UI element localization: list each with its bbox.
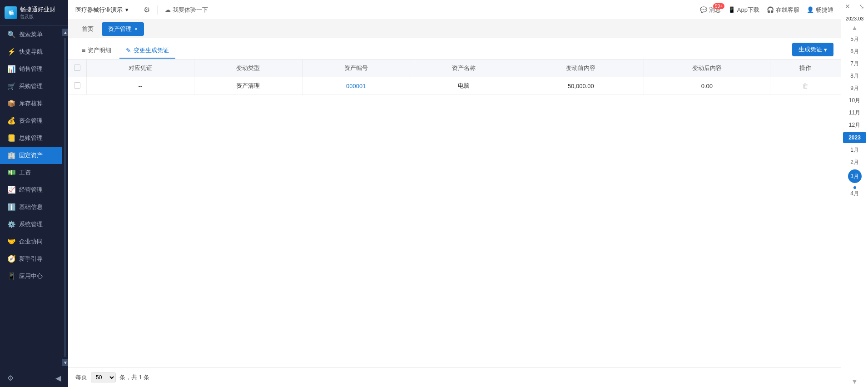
app-logo: 畅 畅捷通好业财 普及版 <box>0 0 68 26</box>
month-10[interactable]: 10月 <box>841 94 868 107</box>
flash-icon: ⚡ <box>7 48 15 56</box>
expand-panel-button[interactable]: ⤡ <box>859 3 864 10</box>
user-button[interactable]: 👤 畅捷通 <box>807 6 833 14</box>
select-all-header[interactable] <box>68 60 86 77</box>
logo-sub: 普及版 <box>20 14 55 20</box>
sidebar-item-operations[interactable]: 📈 经营管理 <box>0 181 62 198</box>
page-content: ≡ 资产明细 ✎ 变更生成凭证 生成凭证 ▾ <box>68 38 841 387</box>
month-7[interactable]: 7月 <box>841 58 868 70</box>
per-page-label: 每页 <box>75 373 87 382</box>
tab-close-icon[interactable]: × <box>134 26 138 32</box>
month-2[interactable]: 2月 <box>841 156 868 169</box>
scroll-down-month[interactable]: ▼ <box>841 376 868 387</box>
month-11[interactable]: 11月 <box>841 107 868 119</box>
page-footer: 每页 50 10 20 100 条，共 1 条 <box>68 367 841 387</box>
right-panel-header: ✕ ⤡ <box>841 0 868 13</box>
scroll-down-button[interactable]: ▼ <box>62 359 68 366</box>
year-header: 2023.03 <box>841 13 868 22</box>
col-action: 操作 <box>770 60 841 77</box>
compass-icon: 🧭 <box>7 255 15 263</box>
sidebar-item-quicknav[interactable]: ⚡ 快捷导航 <box>0 43 62 60</box>
generate-btn-label: 生成凭证 <box>799 45 822 54</box>
sidebar-nav: 🔍 搜索菜单 ⚡ 快捷导航 📊 销售管理 🛒 采购管理 📦 库存核算 💰 <box>0 26 62 369</box>
month-5[interactable]: 5月 <box>841 33 868 45</box>
col-change-type: 变动类型 <box>194 60 303 77</box>
month-1[interactable]: 1月 <box>841 144 868 156</box>
messages-badge: 99+ <box>713 3 724 9</box>
generate-voucher-button[interactable]: 生成凭证 ▾ <box>792 43 833 56</box>
page-size-select[interactable]: 50 10 20 100 <box>91 372 116 382</box>
sidebar-item-system[interactable]: ⚙️ 系统管理 <box>0 216 62 233</box>
sidebar-footer: ⚙ ◀ <box>0 369 68 387</box>
sub-tab-generate-voucher[interactable]: ✎ 变更生成凭证 <box>119 43 175 59</box>
scroll-up-button[interactable]: ▲ <box>62 29 68 36</box>
row-checkbox-cell[interactable] <box>68 77 86 95</box>
sidebar-label-capital: 资金管理 <box>19 117 43 125</box>
tab-assets-label: 资产管理 <box>108 25 132 33</box>
cell-asset-no: 000001 <box>302 77 410 95</box>
scroll-up-month[interactable]: ▲ <box>841 22 868 33</box>
book-icon: 📒 <box>7 134 15 142</box>
dropdown-icon: ▾ <box>125 6 129 13</box>
topbar: 医疗器械行业演示 ▾ ⚙ ☁ 我要体验一下 💬 消息 99+ 📱 App下载 🎧… <box>68 0 841 20</box>
logo-icon: 畅 <box>5 6 17 19</box>
sub-tabs: ≡ 资产明细 ✎ 变更生成凭证 生成凭证 ▾ <box>68 38 841 60</box>
sidebar-label-search: 搜索菜单 <box>19 30 43 39</box>
month-3-active[interactable]: 3月 <box>848 169 862 183</box>
delete-icon[interactable]: 🗑 <box>802 82 808 89</box>
sidebar-item-purchase[interactable]: 🛒 采购管理 <box>0 78 62 95</box>
sidebar-label-payroll: 工资 <box>19 169 31 177</box>
app-download-button[interactable]: 📱 App下载 <box>728 6 759 14</box>
year-2023[interactable]: 2023 <box>843 132 866 143</box>
topbar-divider2 <box>157 5 158 15</box>
sidebar-label-system: 系统管理 <box>19 220 43 228</box>
cell-change-type: 资产清理 <box>194 77 303 95</box>
sidebar-item-basicinfo[interactable]: ℹ️ 基础信息 <box>0 198 62 216</box>
month-12[interactable]: 12月 <box>841 119 868 131</box>
topbar-right: 💬 消息 99+ 📱 App下载 🎧 在线客服 👤 畅捷通 <box>700 6 833 14</box>
month-6[interactable]: 6月 <box>841 45 868 58</box>
phone-icon: 📱 <box>728 6 735 13</box>
sidebar-item-sales[interactable]: 📊 销售管理 <box>0 60 62 78</box>
customer-service-button[interactable]: 🎧 在线客服 <box>767 6 799 14</box>
experience-label: 我要体验一下 <box>173 6 208 14</box>
tab-home[interactable]: 首页 <box>75 22 100 36</box>
collapse-icon[interactable]: ◀ <box>55 374 61 382</box>
sidebar-item-inventory[interactable]: 📦 库存核算 <box>0 95 62 112</box>
sidebar-item-enterprise[interactable]: 🤝 企业协同 <box>0 233 62 250</box>
sidebar-item-ledger[interactable]: 📒 总账管理 <box>0 129 62 147</box>
topbar-divider <box>136 5 136 15</box>
row-checkbox[interactable] <box>74 82 80 89</box>
close-panel-button[interactable]: ✕ <box>845 3 850 10</box>
settings-icon[interactable]: ⚙ <box>144 5 150 14</box>
sidebar-label-sales: 销售管理 <box>19 65 43 73</box>
sidebar-item-search[interactable]: 🔍 搜索菜单 <box>0 26 62 43</box>
table-container: 对应凭证 变动类型 资产编号 资产名称 变动前内容 变动后内容 操作 <box>68 60 841 367</box>
trending-icon: 📈 <box>7 186 15 194</box>
experience-button[interactable]: ☁ 我要体验一下 <box>165 6 208 14</box>
month-8[interactable]: 8月 <box>841 70 868 82</box>
chart-icon: 📊 <box>7 65 15 73</box>
sub-tab2-label: 变更生成凭证 <box>134 46 169 55</box>
avatar-icon: 👤 <box>807 6 814 13</box>
table-header-row: 对应凭证 变动类型 资产编号 资产名称 变动前内容 变动后内容 操作 <box>68 60 841 77</box>
cart-icon: 🛒 <box>7 82 15 90</box>
month-9[interactable]: 9月 <box>841 82 868 94</box>
sidebar-item-payroll[interactable]: 💵 工资 <box>0 164 62 181</box>
sidebar-item-guide[interactable]: 🧭 新手引导 <box>0 250 62 268</box>
sidebar-item-apps[interactable]: 📱 应用中心 <box>0 268 62 285</box>
select-all-checkbox[interactable] <box>74 64 80 71</box>
cell-action[interactable]: 🗑 <box>770 77 841 95</box>
sidebar-label-purchase: 采购管理 <box>19 82 43 90</box>
box-icon: 📦 <box>7 99 15 108</box>
company-selector[interactable]: 医疗器械行业演示 ▾ <box>75 6 129 14</box>
month-4[interactable]: 4月 <box>841 184 868 200</box>
sub-tab-assets-detail[interactable]: ≡ 资产明细 <box>75 43 118 59</box>
settings-footer-icon[interactable]: ⚙ <box>7 374 14 382</box>
cell-before-content: 50,000.00 <box>518 77 644 95</box>
messages-button[interactable]: 💬 消息 99+ <box>700 6 721 14</box>
sidebar-item-capital[interactable]: 💰 资金管理 <box>0 112 62 129</box>
sidebar-item-fixedassets[interactable]: 🏢 固定资产 <box>0 147 62 164</box>
tab-assets[interactable]: 资产管理 × <box>102 22 144 36</box>
col-asset-name: 资产名称 <box>410 60 518 77</box>
